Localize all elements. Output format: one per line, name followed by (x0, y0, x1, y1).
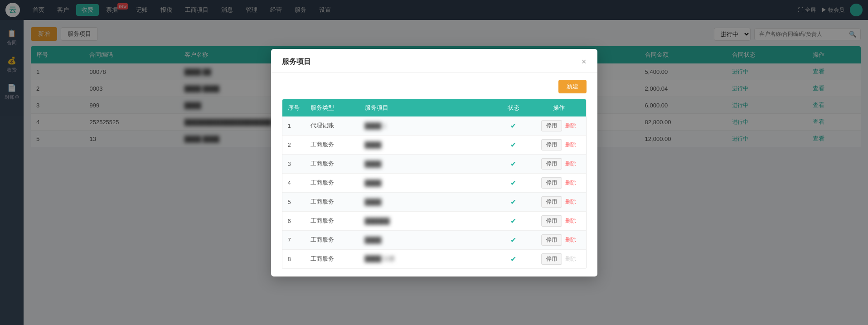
list-item: 7 工商服务 ████ ✔ 停用 删除 (282, 230, 586, 249)
modal-cell-action[interactable]: 停用 删除 (532, 192, 586, 211)
modal-cell-type: 工商服务 (305, 192, 359, 211)
stop-button[interactable]: 停用 (541, 253, 562, 265)
modal-cell-type: 工商服务 (305, 249, 359, 268)
modal-cell-no: 3 (282, 154, 305, 173)
modal-cell-no: 8 (282, 249, 305, 268)
delete-button[interactable]: 删除 (565, 235, 576, 245)
status-check-icon: ✔ (510, 160, 516, 168)
delete-button[interactable]: 删除 (565, 121, 576, 131)
modal-col-item: 服务项目 (359, 99, 495, 116)
list-item: 4 工商服务 ████ ✔ 停用 删除 (282, 173, 586, 192)
stop-button[interactable]: 停用 (541, 158, 562, 170)
stop-button[interactable]: 停用 (541, 177, 562, 189)
modal-close-button[interactable]: × (582, 58, 587, 66)
modal-title: 服务项目 (282, 57, 311, 67)
modal-cell-status: ✔ (495, 173, 532, 192)
modal-cell-status: ✔ (495, 211, 532, 230)
modal-cell-status: ✔ (495, 249, 532, 268)
delete-button[interactable]: 删除 (565, 140, 576, 150)
delete-button[interactable]: 删除 (565, 197, 576, 207)
modal-cell-action[interactable]: 停用 删除 (532, 211, 586, 230)
status-check-icon: ✔ (510, 141, 516, 149)
status-check-icon: ✔ (510, 217, 516, 225)
list-item: 5 工商服务 ████ ✔ 停用 删除 (282, 192, 586, 211)
modal-cell-type: 代理记账 (305, 116, 359, 136)
modal-cell-action[interactable]: 停用 删除 (532, 154, 586, 173)
list-item: 8 工商服务 ████ 注册 ✔ 停用 删除 (282, 249, 586, 268)
status-check-icon: ✔ (510, 198, 516, 206)
stop-button[interactable]: 停用 (541, 120, 562, 131)
modal-cell-type: 工商服务 (305, 211, 359, 230)
modal-body: 新建 序号 服务类型 服务项目 状态 操作 1 代 (271, 73, 597, 276)
modal-cell-no: 1 (282, 116, 305, 136)
list-item: 6 工商服务 ██████ ✔ 停用 删除 (282, 211, 586, 230)
modal-col-no: 序号 (282, 99, 305, 116)
modal-cell-status: ✔ (495, 230, 532, 249)
modal-col-action: 操作 (532, 99, 586, 116)
modal-cell-action[interactable]: 停用 删除 (532, 116, 586, 136)
modal-cell-no: 6 (282, 211, 305, 230)
modal-cell-no: 2 (282, 135, 305, 154)
modal-cell-item: ██████ (359, 211, 495, 230)
modal-cell-action[interactable]: 停用 删除 (532, 135, 586, 154)
delete-button[interactable]: 删除 (565, 254, 576, 264)
service-items-modal: 服务项目 × 新建 序号 服务类型 服务项目 状态 操作 (271, 49, 597, 276)
modal-cell-no: 5 (282, 192, 305, 211)
modal-table-wrap: 序号 服务类型 服务项目 状态 操作 1 代理记账 ████ 1 ✔ 停用 (282, 99, 587, 269)
stop-button[interactable]: 停用 (541, 196, 562, 208)
modal-cell-item: ████ 1 (359, 116, 495, 136)
modal-cell-item: ████ (359, 135, 495, 154)
stop-button[interactable]: 停用 (541, 139, 562, 150)
modal-cell-status: ✔ (495, 192, 532, 211)
modal-cell-item: ████ 注册 (359, 249, 495, 268)
modal-cell-no: 4 (282, 173, 305, 192)
status-check-icon: ✔ (510, 236, 516, 244)
modal-col-type: 服务类型 (305, 99, 359, 116)
modal-cell-item: ████ (359, 154, 495, 173)
status-check-icon: ✔ (510, 122, 516, 130)
stop-button[interactable]: 停用 (541, 215, 562, 227)
list-item: 3 工商服务 ████ ✔ 停用 删除 (282, 154, 586, 173)
modal-toolbar: 新建 (282, 80, 587, 93)
modal-header: 服务项目 × (271, 49, 597, 73)
modal-cell-status: ✔ (495, 154, 532, 173)
delete-button[interactable]: 删除 (565, 178, 576, 188)
modal-cell-item: ████ (359, 230, 495, 249)
modal-col-status: 状态 (495, 99, 532, 116)
modal-cell-item: ████ (359, 192, 495, 211)
status-check-icon: ✔ (510, 179, 516, 187)
modal-new-button[interactable]: 新建 (558, 80, 587, 93)
modal-cell-type: 工商服务 (305, 230, 359, 249)
status-check-icon: ✔ (510, 255, 516, 263)
modal-cell-status: ✔ (495, 135, 532, 154)
modal-cell-type: 工商服务 (305, 173, 359, 192)
modal-cell-type: 工商服务 (305, 154, 359, 173)
service-items-table: 序号 服务类型 服务项目 状态 操作 1 代理记账 ████ 1 ✔ 停用 (282, 99, 586, 269)
stop-button[interactable]: 停用 (541, 234, 562, 246)
modal-cell-action[interactable]: 停用 删除 (532, 230, 586, 249)
list-item: 2 工商服务 ████ ✔ 停用 删除 (282, 135, 586, 154)
modal-cell-item: ████ (359, 173, 495, 192)
delete-button[interactable]: 删除 (565, 159, 576, 169)
modal-cell-status: ✔ (495, 116, 532, 136)
modal-cell-action[interactable]: 停用 删除 (532, 249, 586, 268)
modal-cell-type: 工商服务 (305, 135, 359, 154)
delete-button[interactable]: 删除 (565, 216, 576, 226)
modal-overlay[interactable]: 服务项目 × 新建 序号 服务类型 服务项目 状态 操作 (0, 0, 868, 325)
modal-cell-action[interactable]: 停用 删除 (532, 173, 586, 192)
list-item: 1 代理记账 ████ 1 ✔ 停用 删除 (282, 116, 586, 136)
modal-cell-no: 7 (282, 230, 305, 249)
